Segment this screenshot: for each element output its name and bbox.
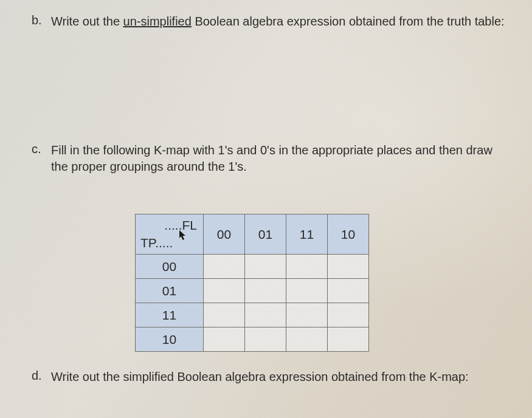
kmap-corner: .....FL TP..... <box>136 214 204 255</box>
kmap-row-00: 00 <box>136 255 369 279</box>
label-b: b. <box>32 13 42 27</box>
worksheet-page: b. Write out the un-simplified Boolean a… <box>0 0 532 418</box>
kmap-cell <box>245 303 286 327</box>
kmap-col-10: 10 <box>328 214 369 255</box>
kmap-cell <box>245 279 286 303</box>
kmap-container: .....FL TP..... 00 01 11 10 00 01 <box>135 214 508 352</box>
kmap-corner-tp: TP..... <box>140 236 173 250</box>
kmap-cell <box>245 327 286 352</box>
kmap-cell <box>328 327 369 352</box>
question-d: d. Write out the simplified Boolean alge… <box>32 369 508 385</box>
kmap-cell <box>286 279 328 303</box>
text-b: Write out the un-simplified Boolean alge… <box>51 13 508 30</box>
answer-space-b <box>32 48 508 142</box>
kmap-cell <box>204 327 245 352</box>
kmap-cell <box>204 279 245 303</box>
text-d: Write out the simplified Boolean algebra… <box>51 369 508 385</box>
kmap-cell <box>204 303 245 327</box>
kmap-rowhead-11: 11 <box>136 303 204 327</box>
kmap-col-00: 00 <box>204 214 245 255</box>
kmap-row-10: 10 <box>136 327 369 352</box>
kmap-row-11: 11 <box>136 303 369 327</box>
kmap-header-row: .....FL TP..... 00 01 11 10 <box>136 214 369 255</box>
kmap-cell <box>328 279 369 303</box>
label-c: c. <box>32 142 41 156</box>
text-c: Fill in the following K-map with 1's and… <box>51 142 508 175</box>
kmap-row-01: 01 <box>136 279 369 303</box>
question-b: b. Write out the un-simplified Boolean a… <box>32 13 508 30</box>
kmap-cell <box>328 303 369 327</box>
text-b-pre: Write out the <box>51 15 123 28</box>
question-c: c. Fill in the following K-map with 1's … <box>32 142 508 175</box>
kmap-cell <box>286 303 328 327</box>
kmap-col-11: 11 <box>286 214 328 255</box>
text-b-post: Boolean algebra expression obtained from… <box>192 15 505 28</box>
kmap-rowhead-10: 10 <box>136 327 204 352</box>
kmap-cell <box>286 327 328 352</box>
kmap-cell <box>245 255 286 279</box>
text-b-under: un-simplified <box>123 15 192 28</box>
kmap-cell <box>328 255 369 279</box>
kmap-rowhead-00: 00 <box>136 255 204 279</box>
kmap-corner-fl: .....FL <box>164 218 197 233</box>
kmap-cell <box>286 255 328 279</box>
kmap-cell <box>204 255 245 279</box>
kmap-col-01: 01 <box>245 214 286 255</box>
label-d: d. <box>32 369 42 383</box>
kmap-table: .....FL TP..... 00 01 11 10 00 01 <box>135 214 369 352</box>
kmap-rowhead-01: 01 <box>136 279 204 303</box>
